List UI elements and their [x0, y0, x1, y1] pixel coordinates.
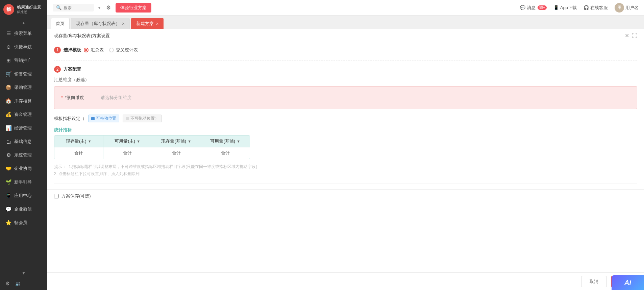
col-2-chevron[interactable]: ▼: [188, 139, 191, 143]
col-header-2[interactable]: 现存量(基辅) ▼: [152, 136, 201, 147]
dimension-field-label: *纵向维度: [65, 95, 84, 100]
sidebar-scroll-down[interactable]: ▼: [0, 269, 47, 277]
sidebar-item-label: 应用中心: [14, 193, 32, 199]
topbar-search-box[interactable]: 🔍: [53, 4, 94, 11]
sidebar-item-wechat[interactable]: 💬 企业微信: [0, 202, 47, 216]
stats-table-row-0: 合计 合计 合计 合计: [54, 147, 250, 159]
topbar-chevron-icon[interactable]: ▼: [97, 5, 101, 10]
stats-cell-0-3: 合计: [201, 147, 250, 159]
non-draggable-label: 不可拖动位置）: [130, 116, 159, 121]
sidebar-item-label: 销售管理: [14, 71, 32, 77]
stats-table-header: 现存量(主) ▼ 可用量(主) ▼ 现存量(基辅) ▼: [54, 136, 250, 147]
username: 用户名: [625, 5, 639, 11]
app-download-label: App下载: [560, 5, 577, 11]
message-label: 消息: [527, 5, 536, 11]
col-header-1-label: 可用量(主): [115, 138, 135, 144]
tab-new-scheme-close[interactable]: ×: [156, 21, 158, 26]
save-label: 方案保存(可选): [61, 193, 91, 199]
online-service-item[interactable]: 🎧 在线客服: [584, 5, 608, 11]
logo-text-block: 畅康通好生意 标准版: [17, 4, 41, 15]
sidebar-item-finance[interactable]: 💰 资金管理: [0, 108, 47, 121]
sidebar-item-search-menu[interactable]: ☰ 搜索菜单: [0, 27, 47, 40]
col-3-chevron[interactable]: ▼: [237, 139, 240, 143]
indicator-setting-label: 模板指标设定（: [54, 116, 85, 122]
app-download-item[interactable]: 📱 App下载: [553, 5, 577, 11]
sidebar-item-label: 经营管理: [14, 125, 32, 131]
tip-line-1: 2. 点击标题栏下拉可设置排序、插入列和删除列: [54, 171, 637, 177]
step1-block: 1 选择模板 汇总表 交叉统计表: [54, 47, 637, 53]
action-bar: 取消 查询: [47, 272, 644, 290]
content-window-controls: ✕ ⛶: [625, 32, 637, 39]
col-header-1[interactable]: 可用量(主) ▼: [103, 136, 152, 147]
col-header-3[interactable]: 可用量(基辅) ▼: [201, 136, 250, 147]
message-item[interactable]: 💬 消息 99+: [520, 5, 547, 11]
sidebar-item-inventory[interactable]: 🏠 库存核算: [0, 94, 47, 108]
template-radio-group: 汇总表 交叉统计表: [84, 47, 138, 53]
sidebar-item-label: 库存核算: [14, 98, 32, 104]
sidebar-item-label: 企业协同: [14, 166, 32, 172]
trial-button[interactable]: 体验行业方案: [116, 3, 151, 13]
sound-icon[interactable]: 🔉: [15, 281, 22, 287]
sidebar-item-sales[interactable]: 🛒 销售管理: [0, 67, 47, 81]
tab-new-scheme[interactable]: 新建方案 ×: [131, 18, 164, 29]
col-header-0-label: 现存量(主): [66, 138, 86, 144]
message-badge: 99+: [538, 5, 547, 10]
sidebar-item-new-guide[interactable]: 🌱 新手引导: [0, 175, 47, 189]
tab-inventory-status[interactable]: 现存量（库存状况表） ×: [71, 18, 130, 29]
new-guide-icon: 🌱: [5, 179, 11, 185]
close-icon[interactable]: ✕: [625, 32, 629, 39]
tip-1-text: 1.拖动标题栏可以调整布局，不可跨维度或指标区域拖动栏目字段(只能在同一维度或指…: [69, 164, 257, 169]
tips-label: 提示：: [54, 164, 66, 169]
col-0-chevron[interactable]: ▼: [88, 139, 92, 143]
sidebar-item-label: 新手引导: [14, 179, 32, 185]
tabbar: 首页 现存量（库存状况表） × 新建方案 ×: [47, 16, 644, 29]
save-checkbox[interactable]: [54, 194, 59, 198]
sidebar-item-business[interactable]: 📊 经营管理: [0, 121, 47, 135]
tab-home-label: 首页: [56, 21, 65, 27]
sidebar-item-basic-info[interactable]: 🗂 基础信息: [0, 135, 47, 148]
member-icon: ⭐: [5, 220, 11, 226]
step2-content: 汇总维度（必选） * *纵向维度 —— 请选择分组维度 模板指标设定（ 可拖动位…: [54, 77, 637, 177]
ai-badge[interactable]: Ai: [612, 275, 644, 290]
radio-cross[interactable]: 交叉统计表: [109, 47, 138, 53]
col-1-chevron[interactable]: ▼: [137, 139, 140, 143]
search-icon: 🔍: [56, 5, 61, 10]
search-input[interactable]: [64, 5, 91, 10]
sidebar-item-label: 快捷导航: [14, 44, 32, 50]
radio-summary[interactable]: 汇总表: [84, 47, 104, 53]
app-download-icon: 📱: [553, 5, 559, 10]
content-header: 现存量(库存状况表)方案设置 ✕ ⛶: [47, 29, 644, 41]
step1-label: 选择模板: [64, 47, 81, 53]
sidebar-item-marketing[interactable]: ⊞ 营销推广: [0, 54, 47, 67]
sidebar: 畅 畅康通好生意 标准版 ▲ ☰ 搜索菜单 ⊙ 快捷导航 ⊞ 营销推广 🛒 销售…: [0, 0, 47, 290]
sidebar-bottom: ⚙ 🔉: [0, 277, 47, 290]
radio-cross-label: 交叉统计表: [116, 47, 138, 53]
sidebar-item-app-center[interactable]: 📱 应用中心: [0, 189, 47, 202]
save-section: 方案保存(可选): [47, 189, 644, 202]
sidebar-item-cooperation[interactable]: 🤝 企业协同: [0, 162, 47, 175]
sidebar-item-label: 搜索菜单: [14, 30, 32, 37]
topbar-gear-icon[interactable]: ⚙: [106, 4, 111, 11]
tab-home[interactable]: 首页: [51, 18, 70, 29]
app-version: 标准版: [17, 10, 41, 15]
cancel-button[interactable]: 取消: [581, 276, 607, 287]
sidebar-item-label: 采购管理: [14, 84, 32, 91]
tab-inventory-status-close[interactable]: ×: [122, 21, 125, 26]
quick-nav-icon: ⊙: [5, 44, 11, 50]
sidebar-item-system[interactable]: ⚙ 系统管理: [0, 148, 47, 162]
user-item[interactable]: 用 用户名: [615, 3, 639, 13]
expand-icon[interactable]: ⛶: [632, 33, 637, 39]
sidebar-scroll-up[interactable]: ▲: [0, 19, 47, 27]
draggable-label: 可拖动位置: [96, 116, 116, 121]
dimension-box: * *纵向维度 —— 请选择分组维度: [54, 86, 637, 109]
col-header-0[interactable]: 现存量(主) ▼: [54, 136, 103, 147]
sidebar-item-quick-nav[interactable]: ⊙ 快捷导航: [0, 40, 47, 54]
business-icon: 📊: [5, 125, 11, 131]
dimension-placeholder: 请选择分组维度: [101, 95, 131, 100]
form-wrapper: 1 选择模板 汇总表 交叉统计表: [47, 41, 644, 189]
settings-icon[interactable]: ⚙: [5, 281, 10, 287]
sidebar-item-purchase[interactable]: 📦 采购管理: [0, 81, 47, 94]
sidebar-item-member[interactable]: ⭐ 畅会员: [0, 216, 47, 229]
system-icon: ⚙: [5, 152, 11, 158]
app-center-icon: 📱: [5, 193, 11, 199]
